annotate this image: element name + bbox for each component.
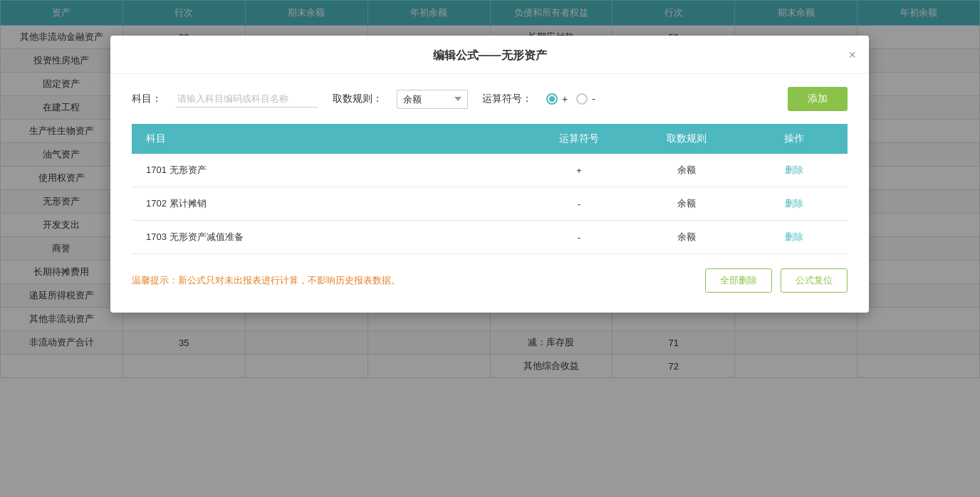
formula-form-row: 科目： 取数规则： 余额借方贷方借方发生额贷方发生额 运算符号： + - 添加 xyxy=(110,74,869,124)
formula-operator: - xyxy=(526,221,633,254)
th-subject: 科目 xyxy=(132,124,526,154)
formula-rule: 余额 xyxy=(633,221,741,254)
subject-input[interactable] xyxy=(176,90,318,108)
reset-formula-button[interactable]: 公式复位 xyxy=(781,268,848,293)
formula-subject: 1701 无形资产 xyxy=(132,154,526,187)
rule-select-wrap: 余额借方贷方借方发生额贷方发生额 xyxy=(397,90,468,109)
formula-operator: - xyxy=(526,187,633,221)
formula-row: 1701 无形资产+余额删除 xyxy=(132,154,848,187)
add-button[interactable]: 添加 xyxy=(788,87,848,111)
subject-label: 科目： xyxy=(132,93,162,105)
delete-link[interactable]: 删除 xyxy=(785,198,803,209)
formula-subject: 1703 无形资产减值准备 xyxy=(132,221,526,254)
operator-minus-label: - xyxy=(592,93,595,105)
th-operator: 运算符号 xyxy=(526,124,633,154)
formula-operator: + xyxy=(526,154,633,187)
operator-minus-item[interactable]: - xyxy=(576,93,595,105)
operator-radio-group: + - xyxy=(546,93,595,105)
th-rule: 取数规则 xyxy=(633,124,741,154)
formula-table-wrap: 科目 运算符号 取数规则 操作 1701 无形资产+余额删除1702 累计摊销-… xyxy=(132,124,848,254)
formula-rule: 余额 xyxy=(633,187,741,221)
operator-plus-radio[interactable] xyxy=(546,93,558,105)
th-action: 操作 xyxy=(740,124,848,154)
formula-action[interactable]: 删除 xyxy=(740,187,848,221)
modal-header: 编辑公式——无形资产 × xyxy=(110,36,869,74)
formula-subject: 1702 累计摊销 xyxy=(132,187,526,221)
modal-close-button[interactable]: × xyxy=(848,48,856,61)
delete-link[interactable]: 删除 xyxy=(785,164,803,175)
modal-footer: 温馨提示：新公式只对未出报表进行计算，不影响历史报表数据。 全部删除 公式复位 xyxy=(110,254,869,295)
rule-select[interactable]: 余额借方贷方借方发生额贷方发生额 xyxy=(397,90,468,109)
tip-text: 温馨提示：新公式只对未出报表进行计算，不影响历史报表数据。 xyxy=(132,274,400,287)
formula-table: 科目 运算符号 取数规则 操作 1701 无形资产+余额删除1702 累计摊销-… xyxy=(132,124,848,254)
formula-rule: 余额 xyxy=(633,154,741,187)
operator-plus-label: + xyxy=(562,93,568,105)
operator-plus-item[interactable]: + xyxy=(546,93,568,105)
operator-minus-radio[interactable] xyxy=(576,93,588,105)
modal-title: 编辑公式——无形资产 xyxy=(433,48,547,63)
formula-action[interactable]: 删除 xyxy=(740,221,848,254)
formula-row: 1703 无形资产减值准备-余额删除 xyxy=(132,221,848,254)
delete-all-button[interactable]: 全部删除 xyxy=(705,268,772,293)
footer-buttons: 全部删除 公式复位 xyxy=(705,268,848,293)
formula-action[interactable]: 删除 xyxy=(740,154,848,187)
modal-dialog: 编辑公式——无形资产 × 科目： 取数规则： 余额借方贷方借方发生额贷方发生额 … xyxy=(110,36,869,313)
formula-row: 1702 累计摊销-余额删除 xyxy=(132,187,848,221)
operator-label: 运算符号： xyxy=(482,93,532,105)
rule-label: 取数规则： xyxy=(333,93,382,105)
delete-link[interactable]: 删除 xyxy=(785,231,803,242)
